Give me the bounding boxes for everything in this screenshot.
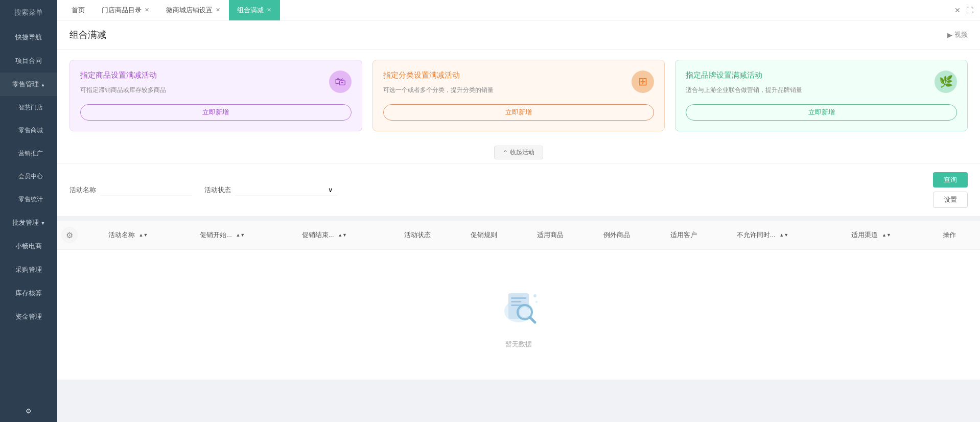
th-settings: ⚙ (57, 221, 104, 250)
search-bar: 活动名称 活动状态 ∨ 查询 设置 (57, 164, 980, 217)
activity-table: ⚙ 活动名称 ▲▼ 促销开始... ▲▼ 促销结束... (57, 221, 980, 250)
tab-combo-discount[interactable]: 组合满减 ✕ (229, 0, 280, 20)
main-area: 首页 门店商品目录 ✕ 微商城店铺设置 ✕ 组合满减 ✕ ✕ ⛶ 组合满减 ▶ … (57, 0, 980, 422)
svg-point-6 (520, 307, 530, 317)
th-promo-rule: 促销规则 (466, 221, 533, 250)
activity-name-input[interactable] (100, 184, 192, 196)
window-buttons: ✕ ⛶ (953, 6, 974, 14)
collapse-bar: ⌃ 收起活动 (57, 142, 980, 164)
sidebar-search[interactable]: 搜索菜单 (0, 0, 57, 26)
sidebar-item-quick-nav[interactable]: 快捷导航 (0, 26, 57, 49)
th-promo-start: 促销开始... ▲▼ (196, 221, 298, 250)
th-operation-label: 操作 (943, 231, 956, 239)
th-promo-start-label: 促销开始... (200, 231, 232, 239)
activity-status-label: 活动状态 (204, 185, 231, 195)
svg-point-8 (533, 294, 536, 297)
sidebar-item-member-center[interactable]: 会员中心 (0, 165, 57, 188)
empty-text: 暂无数据 (505, 340, 532, 349)
sidebar-item-retail-mgmt[interactable]: 零售管理 (0, 73, 57, 96)
video-link[interactable]: ▶ 视频 (947, 30, 968, 39)
svg-line-7 (530, 317, 535, 322)
product-card-add-button[interactable]: 立即新增 (80, 104, 352, 121)
brand-card-icon: 🌿 (935, 71, 957, 93)
brand-card-title: 指定品牌设置满减活动 (686, 71, 957, 80)
product-card-desc: 可指定滞销商品或库存较多商品 (80, 85, 352, 96)
tab-combo-discount-label: 组合满减 (237, 6, 264, 15)
sort-icon-no-same-time[interactable]: ▲▼ (779, 233, 788, 238)
tab-wechat-store[interactable]: 微商城店铺设置 ✕ (158, 0, 229, 20)
svg-rect-2 (511, 297, 526, 299)
th-operation: 操作 (939, 221, 980, 250)
product-card-title: 指定商品设置满减活动 (80, 71, 352, 80)
activity-name-label: 活动名称 (69, 185, 96, 195)
collapse-label: 收起活动 (510, 148, 534, 157)
product-card-icon: 🛍 (329, 71, 352, 93)
th-applicable-channel-label: 适用渠道 (851, 231, 878, 239)
collapse-icon: ⌃ (503, 149, 508, 156)
empty-state-icon (493, 280, 544, 332)
th-applicable-customer: 适用客户 (666, 221, 733, 250)
sort-icon-applicable-channel[interactable]: ▲▼ (882, 233, 891, 238)
activity-name-field: 活动名称 (69, 184, 192, 196)
activity-status-select[interactable]: ∨ (235, 184, 337, 196)
svg-rect-3 (511, 301, 521, 302)
sidebar-item-marketing[interactable]: 营销推广 (0, 142, 57, 165)
category-card-add-button[interactable]: 立即新增 (383, 104, 655, 121)
settings-button[interactable]: 设置 (933, 192, 968, 208)
query-button[interactable]: 查询 (933, 172, 968, 187)
sidebar-item-project-contract[interactable]: 项目合同 (0, 49, 57, 73)
th-activity-status-label: 活动状态 (404, 231, 431, 239)
empty-state: 暂无数据 (57, 250, 980, 380)
th-applicable-goods-label: 适用商品 (537, 231, 564, 239)
sidebar-item-purchase-mgmt[interactable]: 采购管理 (0, 258, 57, 282)
sort-icon-activity-name[interactable]: ▲▼ (139, 233, 148, 238)
sidebar-item-wholesale-mgmt[interactable]: 批发管理 (0, 211, 57, 235)
th-promo-end: 促销结束... ▲▼ (298, 221, 400, 250)
th-applicable-channel: 适用渠道 ▲▼ (847, 221, 939, 250)
th-applicable-customer-label: 适用客户 (670, 231, 697, 239)
th-applicable-goods: 适用商品 (533, 221, 599, 250)
tab-wechat-store-close[interactable]: ✕ (216, 7, 220, 13)
product-promo-card: 🛍 指定商品设置满减活动 可指定滞销商品或库存较多商品 立即新增 (69, 60, 362, 131)
tab-home-label: 首页 (72, 6, 85, 15)
sidebar-item-xiaochange[interactable]: 小畅电商 (0, 235, 57, 258)
table-wrapper: ⚙ 活动名称 ▲▼ 促销开始... ▲▼ 促销结束... (57, 221, 980, 380)
tab-home[interactable]: 首页 (63, 0, 94, 20)
th-activity-status: 活动状态 (400, 221, 466, 250)
th-activity-name: 活动名称 ▲▼ (104, 221, 196, 250)
sidebar-settings[interactable]: ⚙ (0, 400, 57, 422)
tab-combo-discount-close[interactable]: ✕ (267, 7, 271, 13)
category-card-desc: 可选一个或者多个分类，提升分类的销量 (383, 85, 655, 96)
chevron-down-icon: ∨ (328, 186, 333, 194)
tab-store-catalog-label: 门店商品目录 (102, 6, 142, 15)
table-header-row: ⚙ 活动名称 ▲▼ 促销开始... ▲▼ 促销结束... (57, 221, 980, 250)
maximize-window-button[interactable]: ⛶ (966, 6, 974, 14)
content-area: 组合满减 ▶ 视频 🛍 指定商品设置满减活动 可指定滞销商品或库存较多商品 立即… (57, 20, 980, 422)
tab-wechat-store-label: 微商城店铺设置 (166, 6, 213, 15)
table-section: ⚙ 活动名称 ▲▼ 促销开始... ▲▼ 促销结束... (57, 221, 980, 380)
category-promo-card: ⊞ 指定分类设置满减活动 可选一个或者多个分类，提升分类的销量 立即新增 (372, 60, 665, 131)
sidebar-item-finance[interactable]: 资金管理 (0, 305, 57, 329)
tab-store-catalog-close[interactable]: ✕ (145, 7, 149, 13)
th-promo-rule-label: 促销规则 (471, 231, 497, 239)
brand-promo-card: 🌿 指定品牌设置满减活动 适合与上游企业联合做营销，提升品牌销量 立即新增 (675, 60, 968, 131)
th-activity-name-label: 活动名称 (108, 231, 135, 239)
brand-card-add-button[interactable]: 立即新增 (686, 104, 957, 121)
close-window-button[interactable]: ✕ (953, 6, 962, 14)
sidebar-item-retail-stats[interactable]: 零售统计 (0, 188, 57, 211)
sidebar-item-retail-mall[interactable]: 零售商城 (0, 119, 57, 142)
sidebar-item-inventory[interactable]: 库存核算 (0, 282, 57, 305)
sort-icon-promo-start[interactable]: ▲▼ (236, 233, 245, 238)
page-title: 组合满减 (69, 29, 106, 41)
th-no-same-time: 不允许同时... ▲▼ (733, 221, 848, 250)
tab-store-catalog[interactable]: 门店商品目录 ✕ (94, 0, 158, 20)
table-gear-icon[interactable]: ⚙ (61, 227, 78, 243)
sidebar-item-smart-store[interactable]: 智慧门店 (0, 96, 57, 119)
svg-point-9 (535, 301, 538, 303)
brand-card-desc: 适合与上游企业联合做营销，提升品牌销量 (686, 85, 957, 96)
sort-icon-promo-end[interactable]: ▲▼ (338, 233, 347, 238)
collapse-activities-button[interactable]: ⌃ 收起活动 (494, 146, 543, 159)
th-exception-goods-label: 例外商品 (603, 231, 630, 239)
sidebar: 搜索菜单 快捷导航 项目合同 零售管理 智慧门店 零售商城 营销推广 会员中心 … (0, 0, 57, 422)
cards-row: 🛍 指定商品设置满减活动 可指定滞销商品或库存较多商品 立即新增 ⊞ 指定分类设… (69, 60, 968, 131)
